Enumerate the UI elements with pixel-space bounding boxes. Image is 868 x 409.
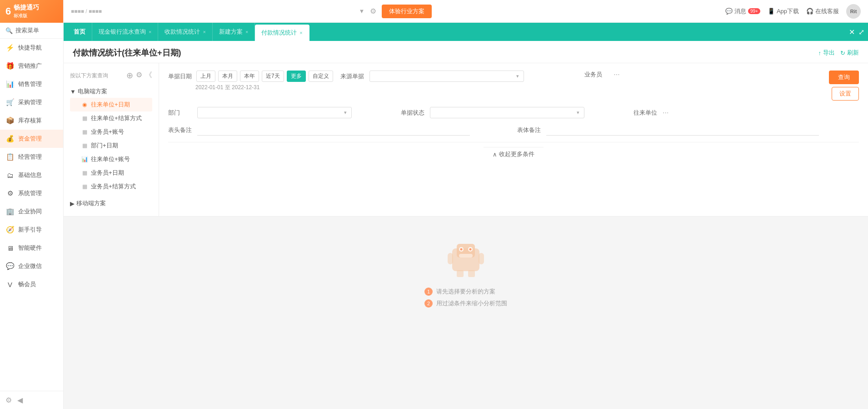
- header-note-input[interactable]: [197, 125, 470, 136]
- inventory-icon: 📦: [5, 116, 15, 125]
- schema-collapse-icon[interactable]: 《: [145, 71, 152, 81]
- sidebar-item-wechat[interactable]: 💬 企业微信: [0, 257, 63, 275]
- query-button[interactable]: 查询: [829, 71, 859, 84]
- counterpart-label: 往来单位: [634, 109, 659, 117]
- header-note-filter: 表头备注: [168, 125, 510, 136]
- schema-settings-icon[interactable]: ⚙: [136, 71, 142, 81]
- schema-icon-2: ▦: [81, 128, 88, 136]
- close-all-tabs-icon[interactable]: ✕: [849, 28, 855, 36]
- tab-payment-stats[interactable]: 付款情况统计 ×: [255, 25, 309, 41]
- sidebar-item-quick-nav[interactable]: ⚡ 快捷导航: [0, 39, 63, 57]
- sidebar-item-operations[interactable]: 📋 经营管理: [0, 148, 63, 166]
- sidebar-item-sales[interactable]: 📊 销售管理: [0, 75, 63, 93]
- sidebar-item-inventory[interactable]: 📦 库存核算: [0, 111, 63, 130]
- desktop-group-title[interactable]: ▼ 电脑端方案: [70, 85, 152, 98]
- schema-salesperson-settlement[interactable]: ▦ 业务员+结算方式: [70, 180, 152, 193]
- refresh-button[interactable]: ↻ 刷新: [840, 49, 859, 57]
- schema-panel-header: 按以下方案查询 ⊕ ⚙ 《: [64, 68, 159, 83]
- date-btn-last-7-days[interactable]: 近7天: [262, 71, 284, 82]
- sales-icon: 📊: [5, 80, 15, 89]
- expand-tabs-icon[interactable]: ⤢: [858, 28, 864, 36]
- body-note-filter: 表体备注: [517, 125, 859, 136]
- add-schema-icon[interactable]: ⊕: [126, 71, 133, 81]
- mobile-group-title[interactable]: ▶ 移动端方案: [70, 197, 152, 210]
- logo-name: 畅捷通巧: [14, 4, 39, 12]
- counterpart-select[interactable]: ···: [663, 109, 668, 117]
- sidebar-item-finance[interactable]: 💰 资金管理: [0, 130, 63, 148]
- schema-salesperson-date[interactable]: ▦ 业务员+日期: [70, 166, 152, 180]
- sidebar-item-enterprise[interactable]: 🏢 企业协同: [0, 202, 63, 221]
- tab-cash-bank[interactable]: 现金银行流水查询 ×: [92, 23, 158, 41]
- topbar-settings-icon[interactable]: ⚙: [370, 7, 376, 15]
- schema-salesperson-account-label: 业务员+账号: [91, 128, 124, 136]
- salesperson-filter: 业务员 ···: [584, 71, 822, 79]
- setting-button[interactable]: 设置: [832, 87, 859, 101]
- export-button[interactable]: ↑ 导出: [818, 49, 835, 57]
- tab-cash-bank-close[interactable]: ×: [149, 29, 151, 35]
- schema-icon-3: ▦: [81, 142, 88, 149]
- voucher-status-select[interactable]: ▾: [430, 107, 584, 118]
- sidebar-item-marketing[interactable]: 🎁 营销推广: [0, 57, 63, 75]
- schema-counterpart-date[interactable]: ◉ 往来单位+日期: [70, 98, 152, 111]
- schema-salesperson-account[interactable]: ▦ 业务员+账号: [70, 125, 152, 139]
- app-download-action[interactable]: 📱 App下载: [768, 7, 799, 15]
- sidebar-item-member[interactable]: V 畅会员: [0, 275, 63, 293]
- collapse-more-button[interactable]: ∧ 收起更多条件: [484, 147, 544, 161]
- tab-home[interactable]: 首页: [67, 23, 92, 41]
- source-select-arrow: ▾: [516, 73, 519, 79]
- online-service-label: 在线客服: [815, 7, 839, 15]
- tab-receipt-stats[interactable]: 收款情况统计 ×: [158, 23, 212, 41]
- tab-payment-stats-close[interactable]: ×: [299, 30, 302, 35]
- sidebar-item-system[interactable]: ⚙ 系统管理: [0, 184, 63, 202]
- page-title: 付款情况统计(往来单位+日期): [73, 47, 181, 58]
- content-header: 付款情况统计(往来单位+日期) ↑ 导出 ↻ 刷新: [64, 41, 868, 63]
- sales-label: 销售管理: [18, 80, 42, 88]
- schema-department-date[interactable]: ▦ 部门+日期: [70, 139, 152, 152]
- filter-action-buttons: 查询 设置: [829, 71, 859, 101]
- settings-bottom-icon[interactable]: ⚙: [5, 396, 12, 404]
- wechat-icon: 💬: [5, 262, 15, 271]
- sidebar-item-purchase[interactable]: 🛒 采购管理: [0, 93, 63, 111]
- date-btn-more[interactable]: 更多: [287, 71, 306, 82]
- date-buttons: 上月 本月 本年 近7天 更多 自定义: [196, 71, 333, 82]
- message-label: 消息: [734, 7, 746, 15]
- tab-new-plan[interactable]: 新建方案 ×: [213, 23, 255, 41]
- logo-sub: 标准版: [14, 13, 39, 19]
- department-select[interactable]: ▾: [197, 107, 352, 118]
- service-icon: 🎧: [806, 8, 813, 15]
- empty-hint-1: 1 请先选择要分析的方案: [424, 288, 495, 296]
- search-menu-item[interactable]: 🔍 搜索菜单: [0, 23, 63, 39]
- online-service-action[interactable]: 🎧 在线客服: [806, 7, 839, 15]
- salesperson-select[interactable]: ···: [614, 71, 619, 79]
- filter-schema-area: 按以下方案查询 ⊕ ⚙ 《 ▼ 电脑端方案 ◉ 往来单位+日期: [64, 63, 868, 217]
- trial-button[interactable]: 体验行业方案: [382, 5, 432, 18]
- tab-new-plan-close[interactable]: ×: [245, 29, 248, 35]
- body-note-input[interactable]: [546, 125, 819, 136]
- tab-receipt-stats-close[interactable]: ×: [203, 29, 205, 35]
- tabbar: 首页 现金银行流水查询 × 收款情况统计 × 新建方案 × 付款情况统计 × ✕…: [64, 23, 868, 41]
- hardware-icon: 🖥: [5, 243, 15, 252]
- mobile-group-arrow: ▶: [70, 200, 75, 207]
- source-filter: 来源单据 ▾: [340, 71, 578, 82]
- sidebar-item-hardware[interactable]: 🖥 智能硬件: [0, 239, 63, 257]
- topbar: ■■■■ / ■■■■ ▼ ⚙ 体验行业方案 💬 消息 99+ 📱 App下载 …: [64, 0, 868, 23]
- user-avatar[interactable]: Rit: [846, 4, 861, 19]
- desktop-group-label: 电脑端方案: [78, 87, 107, 96]
- hint-text-2: 用过滤条件来缩小分析范围: [436, 299, 507, 308]
- date-btn-last-month[interactable]: 上月: [196, 71, 215, 82]
- schema-panel-title: 按以下方案查询: [70, 72, 108, 80]
- message-action[interactable]: 💬 消息 99+: [725, 7, 760, 15]
- date-btn-custom[interactable]: 自定义: [309, 71, 333, 82]
- sidebar-item-guide[interactable]: 🧭 新手引导: [0, 221, 63, 239]
- collapse-sidebar-icon[interactable]: ◀: [17, 396, 23, 404]
- source-select[interactable]: ▾: [369, 71, 524, 82]
- date-btn-this-month[interactable]: 本月: [218, 71, 237, 82]
- sidebar-item-basic[interactable]: 🗂 基础信息: [0, 166, 63, 184]
- topbar-dropdown-icon[interactable]: ▼: [359, 8, 365, 15]
- schema-counterpart-settlement[interactable]: ▦ 往来单位+结算方式: [70, 111, 152, 125]
- voucher-status-label: 单据状态: [401, 109, 426, 117]
- schema-counterpart-account[interactable]: 📊 往来单位+账号: [70, 152, 152, 166]
- hint-num-1: 1: [424, 288, 433, 296]
- date-btn-this-year[interactable]: 本年: [240, 71, 259, 82]
- robot-illustration: [443, 235, 489, 280]
